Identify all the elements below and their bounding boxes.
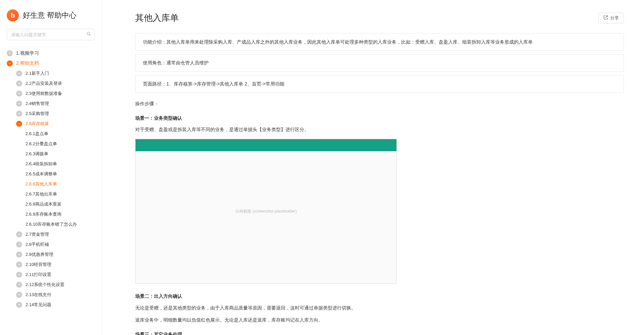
nav-item-267[interactable]: 2.6.7其他出库单	[25, 189, 95, 199]
scene1-text: 对于受赠、盘盈或是拆装入库等不同的业务，是通过单据头【业务类型】进行区分。	[135, 125, 624, 134]
nav-item-2610[interactable]: 2.6.10库存账本错了怎么办	[25, 219, 95, 229]
nav-item-263[interactable]: 2.6.3调拨单	[25, 149, 95, 159]
nav-item-214[interactable]: +2.14常见问题	[16, 300, 95, 310]
logo-text: 好生意 帮助中心	[23, 10, 76, 20]
nav-item-28[interactable]: +2.8手机旺铺	[16, 239, 95, 249]
sidebar: b 好生意 帮助中心 +1.视频学习 −2.帮助文档 +2.1新手入门 +2.2…	[0, 0, 102, 335]
main-content: 其他入库单 分享 功能介绍：其他入库单用来处理除采购入库、产成品入库之外的其他入…	[102, 0, 644, 335]
nav-item-262[interactable]: 2.6.2分量盘点单	[25, 139, 95, 149]
nav-item-video[interactable]: +1.视频学习	[7, 48, 95, 58]
nav-item-210[interactable]: +2.10经营管理	[16, 260, 95, 270]
nav-item-help-docs[interactable]: −2.帮助文档	[7, 58, 95, 68]
info-text: 通常由仓管人员维护	[166, 60, 209, 65]
nav-item-264[interactable]: 2.6.4组装拆卸单	[25, 159, 95, 169]
nav-item-211[interactable]: +2.11打印设置	[16, 270, 95, 280]
info-box-role: 使用角色：通常由仓管人员维护	[135, 54, 624, 71]
nav-item-29[interactable]: +2.9优惠券管理	[16, 249, 95, 260]
info-box-intro: 功能介绍：其他入库单用来处理除采购入库、产成品入库之外的其他入库业务，因此其他入…	[135, 33, 624, 51]
page-title: 其他入库单	[135, 12, 179, 24]
search-icon[interactable]	[87, 32, 91, 37]
nav-item-269[interactable]: 2.6.9库存账本查询	[25, 209, 95, 219]
nav-item-27[interactable]: +2.7资金管理	[16, 229, 95, 239]
nav-item-26[interactable]: −2.6库存核算	[16, 119, 95, 129]
steps-heading: 操作步骤：	[135, 99, 624, 108]
info-label: 使用角色：	[143, 60, 166, 65]
svg-point-0	[87, 32, 90, 35]
article-body: 操作步骤： 场景一：业务类型确认 对于受赠、盘盈或是拆装入库等不同的业务，是通过…	[135, 99, 624, 335]
info-label: 页面路径：	[143, 81, 166, 87]
scene3-title: 场景三：其它业务处理	[135, 330, 624, 335]
share-button[interactable]: 分享	[598, 13, 624, 23]
nav-item-24[interactable]: +2.4销售管理	[16, 99, 95, 109]
embedded-screenshot	[135, 139, 397, 284]
nav-item-268[interactable]: 2.6.8商品成本重算	[25, 199, 95, 209]
nav-item-212[interactable]: +2.12系统个性化设置	[16, 280, 95, 290]
nav-item-25[interactable]: +2.5采购管理	[16, 109, 95, 119]
nav-item-22[interactable]: +2.2产品安装及登录	[16, 78, 95, 89]
scene2-p2: 退库业务中，明细数量均以负值红色展示。无论是入库还是退库，库存账均记在入库方向。	[135, 316, 624, 325]
nav-label: 2.帮助文档	[16, 60, 39, 66]
svg-line-1	[90, 35, 91, 36]
scene2-p1: 无论是受赠，还是其他类型的业务，由于入库商品质量等原因，需要退回，这时可通过单据…	[135, 303, 624, 313]
scene1-title: 场景一：业务类型确认	[135, 114, 624, 123]
minus-icon: −	[7, 60, 13, 66]
nav-item-21[interactable]: +2.1新手入门	[16, 68, 95, 78]
info-box-path: 页面路径：1、库存核算->库存管理->其他入库单 2、首页->常用功能	[135, 75, 624, 93]
share-label: 分享	[610, 15, 619, 21]
nav-item-266[interactable]: 2.6.6其他入库单	[25, 179, 95, 189]
search-input[interactable]	[7, 29, 95, 40]
info-text: 其他入库单用来处理除采购入库、产成品入库之外的其他入库业务，因此其他入库单可处理…	[166, 39, 533, 45]
nav-tree: +1.视频学习 −2.帮助文档 +2.1新手入门 +2.2产品安装及登录 +2.…	[7, 48, 95, 310]
info-label: 功能介绍：	[143, 39, 166, 45]
nav-item-213[interactable]: +2.13在线支付	[16, 290, 95, 300]
logo: b 好生意 帮助中心	[7, 9, 95, 21]
scene2-title: 场景二：出入方向确认	[135, 292, 624, 301]
minus-icon: −	[16, 121, 22, 127]
plus-icon: +	[7, 50, 13, 56]
nav-item-23[interactable]: +2.3使用前数据准备	[16, 89, 95, 99]
logo-icon: b	[7, 9, 19, 21]
nav-label: 1.视频学习	[16, 50, 39, 56]
nav-item-261[interactable]: 2.6.1盘点单	[25, 129, 95, 139]
search-box	[7, 29, 95, 40]
info-text: 1、库存核算->库存管理->其他入库单 2、首页->常用功能	[166, 81, 284, 87]
share-icon	[603, 15, 608, 21]
nav-item-265[interactable]: 2.6.5成本调整单	[25, 169, 95, 179]
